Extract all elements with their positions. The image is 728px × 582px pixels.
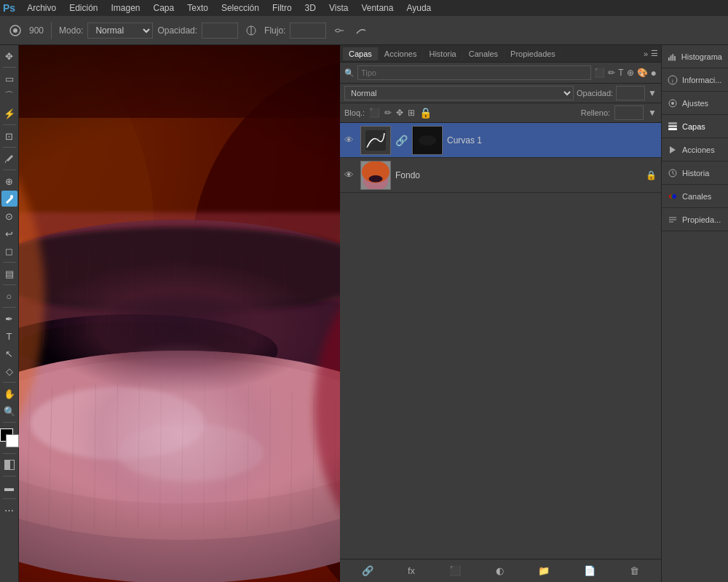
actions-icon [668, 145, 678, 155]
side-panel-canales-label: Canales [682, 192, 711, 201]
side-panel-ajustes[interactable]: Ajustes [662, 92, 728, 115]
opacity-input[interactable]: 100% [202, 23, 238, 39]
extra-tools[interactable]: ⋯ [1, 502, 17, 518]
new-adjustment-btn[interactable]: ◐ [493, 564, 507, 578]
brush-tool[interactable] [1, 191, 17, 207]
svg-point-84 [672, 194, 676, 199]
screen-mode-btn[interactable]: ▬ [1, 479, 17, 495]
menu-seleccion[interactable]: Selección [215, 1, 265, 15]
filter-btn-3[interactable]: T [618, 68, 623, 78]
svg-line-52 [197, 249, 198, 338]
color-picker[interactable] [0, 428, 19, 447]
quick-select-tool[interactable]: ⚡ [1, 105, 17, 121]
side-panel-capas[interactable]: Capas [662, 115, 728, 138]
dodge-tool[interactable]: ○ [1, 288, 17, 304]
clone-stamp-tool[interactable]: ⊙ [1, 208, 17, 224]
healing-brush-tool[interactable]: ⊕ [1, 173, 17, 189]
panel-menu-icon[interactable]: ☰ [651, 49, 658, 58]
lock-position-btn[interactable]: ⬛ [369, 108, 380, 118]
tab-canales[interactable]: Canales [463, 47, 505, 60]
airbrush-btn[interactable] [331, 23, 348, 38]
side-panel-propiedades[interactable]: Propieda... [662, 208, 728, 231]
side-panel-canales[interactable]: Canales [662, 185, 728, 208]
filter-toggle[interactable]: ● [651, 67, 657, 79]
layer-row-fondo[interactable]: 👁 Fondo 🔒 [340, 158, 661, 193]
lock-all-btn[interactable]: 🔒 [419, 107, 432, 119]
blend-mode-dropdown[interactable]: Normal Disolver Multiplicar Pantalla Sup… [344, 86, 574, 100]
menu-edicion[interactable]: Edición [63, 1, 103, 15]
text-tool[interactable]: T [1, 328, 17, 344]
layer-mask-curvas1[interactable] [412, 126, 443, 155]
menu-3d[interactable]: 3D [299, 1, 322, 15]
opacity-value-input[interactable]: 100% [616, 86, 645, 100]
menu-filtro[interactable]: Filtro [266, 1, 298, 15]
shape-tool[interactable]: ◇ [1, 363, 17, 379]
menu-capa[interactable]: Capa [148, 1, 181, 15]
svg-line-35 [160, 381, 162, 527]
quick-mask-toggle[interactable] [1, 457, 17, 473]
move-tool[interactable]: ✥ [1, 48, 17, 64]
side-panel-ajustes-label: Ajustes [682, 99, 708, 108]
menu-imagen[interactable]: Imagen [106, 1, 146, 15]
crop-tool[interactable]: ⊡ [1, 128, 17, 144]
opacity-arrow[interactable]: ▼ [648, 88, 657, 98]
pressure-opacity-btn[interactable] [242, 23, 260, 38]
eraser-tool[interactable]: ◻ [1, 243, 17, 259]
path-select-tool[interactable]: ↖ [1, 346, 17, 362]
filter-btn-1[interactable]: ⬛ [594, 68, 605, 78]
history-brush-tool[interactable]: ↩ [1, 226, 17, 242]
smooth-btn[interactable] [352, 23, 370, 38]
layers-search-input[interactable] [357, 65, 591, 80]
tab-capas[interactable]: Capas [343, 47, 379, 60]
layer-row-curvas1[interactable]: 👁 🔗 [340, 123, 661, 158]
hand-tool[interactable]: ✋ [1, 386, 17, 402]
menu-texto[interactable]: Texto [181, 1, 214, 15]
lasso-tool[interactable]: ⌒ [1, 88, 17, 104]
link-layers-btn[interactable]: 🔗 [359, 564, 376, 578]
side-panel-informacion[interactable]: i Informaci... [662, 68, 728, 92]
svg-rect-72 [674, 56, 676, 60]
tab-acciones[interactable]: Acciones [379, 47, 424, 60]
svg-line-36 [182, 381, 183, 529]
eyedropper-tool[interactable] [1, 151, 17, 167]
panel-expand-icon[interactable]: » [644, 49, 648, 58]
menu-ventana[interactable]: Ventana [355, 1, 399, 15]
add-style-btn[interactable]: fx [405, 564, 418, 578]
filter-btn-2[interactable]: ✏ [608, 68, 615, 78]
tab-propiedades[interactable]: Propiedades [505, 47, 562, 60]
fill-arrow[interactable]: ▼ [648, 108, 657, 118]
side-panel-histograma[interactable]: Histograma [662, 45, 728, 68]
lock-artboard-btn[interactable]: ⊞ [408, 108, 415, 118]
mode-dropdown[interactable]: Normal Disolver Oscurecer Multiplicar Ac… [87, 23, 153, 39]
menu-ayuda[interactable]: Ayuda [400, 1, 437, 15]
tab-historia[interactable]: Historia [423, 47, 462, 60]
new-group-btn[interactable]: 📁 [535, 564, 553, 578]
layer-chain-curvas1[interactable]: 🔗 [395, 135, 408, 146]
layer-visibility-fondo[interactable]: 👁 [344, 170, 356, 180]
brush-tool-active[interactable] [6, 23, 25, 39]
fill-value-input[interactable]: 100% [614, 105, 644, 120]
side-panel-historia[interactable]: Historia [662, 162, 728, 185]
flow-input[interactable]: 100% [290, 23, 326, 39]
filter-btn-4[interactable]: ⊕ [627, 68, 634, 78]
layer-name-fondo: Fondo [395, 170, 641, 180]
lock-draw-btn[interactable]: ✏ [384, 108, 392, 118]
gradient-tool[interactable]: ▤ [1, 266, 17, 282]
rectangle-select-tool[interactable]: ▭ [1, 71, 17, 87]
filter-btn-5[interactable]: 🎨 [637, 68, 648, 78]
lock-move-btn[interactable]: ✥ [396, 108, 403, 118]
zoom-tool[interactable]: 🔍 [1, 403, 17, 419]
menu-archivo[interactable]: Archivo [21, 1, 62, 15]
menu-vista[interactable]: Vista [323, 1, 354, 15]
side-panel-acciones[interactable]: Acciones [662, 138, 728, 162]
layer-visibility-curvas1[interactable]: 👁 [344, 135, 356, 146]
svg-rect-71 [672, 54, 673, 60]
pen-tool[interactable]: ✒ [1, 311, 17, 327]
lock-label: Bloq.: [344, 108, 365, 117]
delete-layer-btn[interactable]: 🗑 [627, 564, 642, 578]
adjustments-icon [668, 98, 678, 108]
layer-thumb-fondo [360, 161, 391, 190]
background-color[interactable] [6, 434, 19, 447]
new-layer-btn[interactable]: 📄 [581, 564, 598, 578]
add-mask-btn[interactable]: ⬛ [446, 564, 464, 578]
